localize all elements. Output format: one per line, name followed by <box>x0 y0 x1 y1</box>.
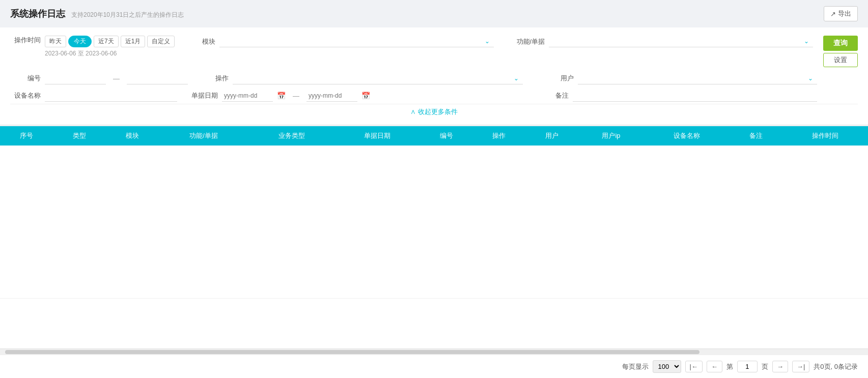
number-filter: 编号 — <box>10 72 188 84</box>
export-label: 导出 <box>838 9 851 18</box>
number-input-to[interactable] <box>127 72 188 84</box>
time-buttons: 昨天 今天 近7天 近1月 自定义 <box>45 36 175 47</box>
page-number-input[interactable] <box>737 361 758 372</box>
collapse-chevron-icon: ∧ <box>410 108 416 115</box>
user-label: 用户 <box>533 74 574 83</box>
function-filter: 功能/单据 ⌄ <box>494 36 813 47</box>
operation-chevron-icon: ⌄ <box>514 75 519 82</box>
collapse-bar[interactable]: ∧ 收起更多条件 <box>10 104 858 120</box>
filter-area: 操作时间 昨天 今天 近7天 近1月 自定义 2023-06-06 至 2023… <box>0 27 868 125</box>
date-from-input[interactable] <box>222 90 273 102</box>
page-summary: 共0页, 0条记录 <box>814 362 858 371</box>
col-number: 编号 <box>420 126 473 146</box>
export-button[interactable]: ↗ 导出 <box>824 6 858 21</box>
col-operation: 操作 <box>472 126 525 146</box>
col-type: 类型 <box>53 126 106 146</box>
header-left: 系统操作日志 支持2020年10月31日之后产生的操作日志 <box>10 8 184 20</box>
last-page-button[interactable]: →| <box>792 361 809 372</box>
device-input[interactable] <box>45 90 177 102</box>
horizontal-scrollbar[interactable] <box>0 348 868 355</box>
first-page-button[interactable]: |← <box>685 361 703 372</box>
note-filter: 备注 <box>518 90 858 102</box>
col-biz-type: 业务类型 <box>248 126 334 146</box>
module-chevron-icon: ⌄ <box>485 38 490 45</box>
prev-page-button[interactable]: ← <box>707 361 722 372</box>
filter-row-2: 编号 — 操作 ⌄ 用户 ⌄ <box>10 72 858 84</box>
time-btn-custom[interactable]: 自定义 <box>147 36 175 47</box>
date-dash: — <box>290 92 302 100</box>
user-select[interactable]: ⌄ <box>578 73 817 84</box>
user-filter: 用户 ⌄ <box>523 73 858 84</box>
col-device: 设备名称 <box>644 126 730 146</box>
device-filter: 设备名称 <box>10 90 177 102</box>
device-label: 设备名称 <box>10 91 41 100</box>
col-module: 模块 <box>106 126 159 146</box>
export-icon: ↗ <box>830 10 836 18</box>
per-page-label: 每页显示 <box>622 362 649 371</box>
time-options-group: 昨天 今天 近7天 近1月 自定义 2023-06-06 至 2023-06-0… <box>45 36 175 58</box>
time-btn-today[interactable]: 今天 <box>68 36 92 47</box>
number-input-from[interactable] <box>45 72 106 84</box>
function-select[interactable]: ⌄ <box>549 36 813 47</box>
time-range-display: 2023-06-06 至 2023-06-06 <box>45 49 175 58</box>
table-header: 序号 类型 模块 功能/单据 业务类型 单据日期 编号 操作 用户 用户ip 设… <box>0 126 868 146</box>
operation-label: 操作 <box>198 74 229 83</box>
col-doc-date: 单据日期 <box>334 126 420 146</box>
module-filter: 模块 ⌄ <box>175 36 494 47</box>
col-user: 用户 <box>525 126 578 146</box>
scrollbar-thumb[interactable] <box>5 350 699 354</box>
collapse-label: 收起更多条件 <box>418 108 458 115</box>
table-empty-row <box>0 146 868 298</box>
filter-row-3: 设备名称 单据日期 📅 — 📅 备注 <box>10 90 858 102</box>
next-page-button[interactable]: → <box>772 361 788 372</box>
table-header-row: 序号 类型 模块 功能/单据 业务类型 单据日期 编号 操作 用户 用户ip 设… <box>0 126 868 146</box>
per-page-select[interactable]: 100 10 20 50 200 <box>653 360 681 373</box>
table-container: 序号 类型 模块 功能/单据 业务类型 单据日期 编号 操作 用户 用户ip 设… <box>0 126 868 348</box>
col-op-time: 操作时间 <box>782 126 868 146</box>
time-filter: 操作时间 昨天 今天 近7天 近1月 自定义 2023-06-06 至 2023… <box>10 36 175 58</box>
page-header: 系统操作日志 支持2020年10月31日之后产生的操作日志 ↗ 导出 <box>0 0 868 27</box>
module-select[interactable]: ⌄ <box>219 36 494 47</box>
doc-date-filter: 单据日期 📅 — 📅 <box>177 90 518 102</box>
time-btn-1month[interactable]: 近1月 <box>121 36 146 47</box>
date-to-input[interactable] <box>306 90 357 102</box>
function-label: 功能/单据 <box>504 37 545 46</box>
col-note: 备注 <box>730 126 782 146</box>
calendar-from-icon[interactable]: 📅 <box>277 92 286 100</box>
function-chevron-icon: ⌄ <box>804 38 809 45</box>
query-button[interactable]: 查询 <box>823 36 858 51</box>
pagination-bar: 每页显示 100 10 20 50 200 |← ← 第 页 → →| 共0页,… <box>0 355 868 378</box>
col-user-ip: 用户ip <box>578 126 644 146</box>
page-unit: 页 <box>762 362 768 371</box>
operation-select[interactable]: ⌄ <box>233 73 523 84</box>
calendar-to-icon[interactable]: 📅 <box>361 92 370 100</box>
time-btn-yesterday[interactable]: 昨天 <box>45 36 66 47</box>
page-subtitle: 支持2020年10月31日之后产生的操作日志 <box>71 11 184 19</box>
user-chevron-icon: ⌄ <box>808 75 813 82</box>
page-title: 系统操作日志 <box>10 8 65 20</box>
filter-row-1: 操作时间 昨天 今天 近7天 近1月 自定义 2023-06-06 至 2023… <box>10 36 858 67</box>
time-btn-7days[interactable]: 近7天 <box>94 36 119 47</box>
col-function: 功能/单据 <box>158 126 248 146</box>
settings-button[interactable]: 设置 <box>823 53 858 67</box>
data-table: 序号 类型 模块 功能/单据 业务类型 单据日期 编号 操作 用户 用户ip 设… <box>0 126 868 299</box>
table-body <box>0 146 868 298</box>
time-label: 操作时间 <box>10 36 41 45</box>
doc-date-label: 单据日期 <box>187 91 218 100</box>
page-wrapper: 系统操作日志 支持2020年10月31日之后产生的操作日志 ↗ 导出 操作时间 … <box>0 0 868 378</box>
note-input[interactable] <box>573 90 818 102</box>
note-label: 备注 <box>528 91 569 100</box>
page-label: 第 <box>726 362 733 371</box>
number-dash: — <box>110 75 123 82</box>
table-empty-cell <box>0 146 868 298</box>
number-label: 编号 <box>10 74 41 83</box>
module-label: 模块 <box>185 37 215 46</box>
col-index: 序号 <box>0 126 53 146</box>
action-buttons: 查询 设置 <box>823 36 858 67</box>
operation-filter: 操作 ⌄ <box>188 73 523 84</box>
